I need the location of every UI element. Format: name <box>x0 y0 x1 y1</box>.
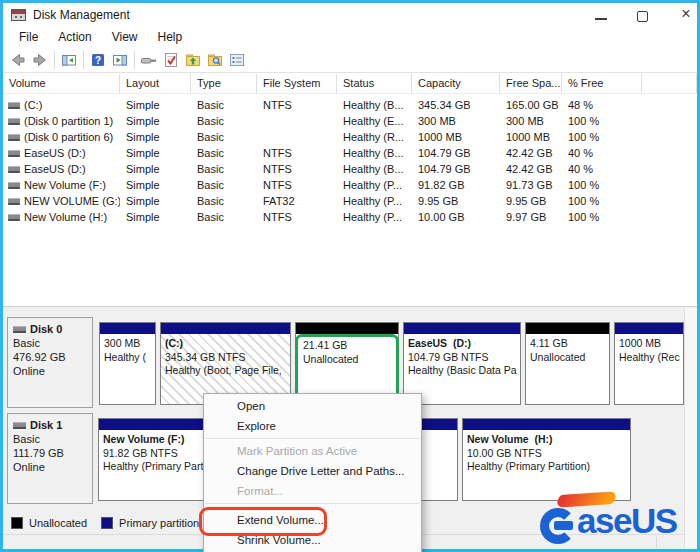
menu-item-format: Format... <box>204 481 421 501</box>
column-header[interactable]: Layout <box>120 74 191 94</box>
toolbar: ? <box>3 47 697 73</box>
toolbar-separator <box>134 51 135 69</box>
menu-separator <box>205 503 420 504</box>
folder-search-icon[interactable] <box>204 50 226 70</box>
volume-icon <box>8 102 20 109</box>
table-row[interactable]: (Disk 0 partition 1)SimpleBasicHealthy (… <box>3 113 697 129</box>
partition-stripe <box>463 419 630 430</box>
partition-300mb[interactable]: 300 MBHealthy ( <box>99 322 156 405</box>
partition-stripe <box>526 323 609 334</box>
menu-action[interactable]: Action <box>48 27 101 47</box>
column-header[interactable]: % Free <box>562 74 642 94</box>
disk-icon <box>13 326 26 333</box>
partition-stripe <box>615 323 683 334</box>
volume-icon <box>8 182 20 189</box>
menu-help[interactable]: Help <box>148 27 193 47</box>
window-title: Disk Management <box>33 8 130 22</box>
partition-unallocated-4gb[interactable]: 4.11 GBUnallocated <box>525 322 610 405</box>
disk1-label[interactable]: Disk 1 Basic 111.79 GB Online <box>7 413 93 504</box>
table-row[interactable]: NEW VOLUME (G:)SimpleBasicFAT32Healthy (… <box>3 193 697 209</box>
partition-stripe <box>404 323 520 334</box>
disk0-label[interactable]: Disk 0 Basic 476.92 GB Online <box>7 317 93 408</box>
legend: Unallocated Primary partition <box>11 517 199 529</box>
disk-icon <box>13 422 26 429</box>
partition-stripe <box>296 323 398 334</box>
menu-item-mark-partition-as-active: Mark Partition as Active <box>204 441 421 461</box>
toolbar-separator <box>83 51 84 69</box>
svg-text:?: ? <box>95 55 101 66</box>
volume-table-header: VolumeLayoutTypeFile SystemStatusCapacit… <box>3 74 697 94</box>
partition-stripe <box>161 323 290 334</box>
maximize-button[interactable] <box>635 9 651 23</box>
console-tree-icon[interactable] <box>58 50 80 70</box>
column-header[interactable]: File System <box>257 74 337 94</box>
menu-item-open[interactable]: Open <box>204 396 421 416</box>
volume-icon <box>8 198 20 205</box>
volume-icon <box>8 214 20 221</box>
menu-separator <box>205 438 420 439</box>
forward-icon[interactable] <box>29 50 51 70</box>
legend-primary-partition: Primary partition <box>101 517 199 529</box>
menu-item-explore[interactable]: Explore <box>204 416 421 436</box>
table-row[interactable]: New Volume (H:)SimpleBasicNTFSHealthy (P… <box>3 209 697 225</box>
table-row[interactable]: EaseUS (D:)SimpleBasicNTFSHealthy (B...1… <box>3 145 697 161</box>
close-button[interactable]: × <box>677 5 695 23</box>
easeus-logo: aseUS <box>538 488 698 548</box>
window-border <box>0 0 700 3</box>
back-icon[interactable] <box>7 50 29 70</box>
disk-management-app-icon <box>11 9 26 21</box>
action-pane-icon[interactable] <box>109 50 131 70</box>
table-row[interactable]: (Disk 0 partition 6)SimpleBasicHealthy (… <box>3 129 697 145</box>
remote-tool-icon[interactable] <box>138 50 160 70</box>
check-document-icon[interactable] <box>160 50 182 70</box>
extend-volume-highlight <box>199 507 327 536</box>
easeus-logo-text: aseUS <box>577 501 677 541</box>
volume-list: VolumeLayoutTypeFile SystemStatusCapacit… <box>3 74 697 306</box>
unallocated-swatch <box>11 517 23 529</box>
volume-table-body: (C:)SimpleBasicNTFSHealthy (B...345.34 G… <box>3 97 697 225</box>
primary-partition-swatch <box>101 517 113 529</box>
column-header[interactable]: Type <box>191 74 257 94</box>
menu-view[interactable]: View <box>102 27 148 47</box>
menu-file[interactable]: File <box>9 27 48 47</box>
table-row[interactable]: (C:)SimpleBasicNTFSHealthy (B...345.34 G… <box>3 97 697 113</box>
column-header[interactable]: Free Spa... <box>500 74 562 94</box>
partition-stripe <box>100 323 155 334</box>
properties-icon[interactable] <box>226 50 248 70</box>
legend-unallocated: Unallocated <box>11 517 87 529</box>
easeus-e-bar <box>554 521 573 530</box>
volume-icon <box>8 118 20 125</box>
table-row[interactable]: New Volume (F:)SimpleBasicNTFSHealthy (P… <box>3 177 697 193</box>
volume-icon <box>8 166 20 173</box>
volume-icon <box>8 134 20 141</box>
column-header[interactable]: Volume <box>3 74 120 94</box>
folder-up-icon[interactable] <box>182 50 204 70</box>
toolbar-separator <box>54 51 55 69</box>
table-row[interactable]: EaseUS (D:)SimpleBasicNTFSHealthy (B...1… <box>3 161 697 177</box>
column-header[interactable]: Status <box>337 74 412 94</box>
partition-recovery-1000mb[interactable]: 1000 MBHealthy (Rec <box>614 322 684 405</box>
volume-icon <box>8 150 20 157</box>
menu-item-change-drive-letter-and-paths[interactable]: Change Drive Letter and Paths... <box>204 461 421 481</box>
help-icon[interactable]: ? <box>87 50 109 70</box>
column-header[interactable]: Capacity <box>412 74 500 94</box>
minimize-button[interactable] <box>593 9 609 23</box>
window-border <box>0 0 3 552</box>
title-bar: Disk Management × <box>3 3 697 27</box>
column-header-filler <box>642 74 697 94</box>
menu-bar: File Action View Help <box>3 27 697 47</box>
